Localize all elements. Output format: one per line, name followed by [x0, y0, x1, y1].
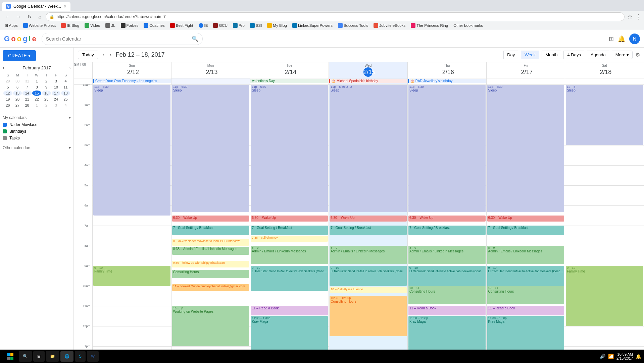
event-mon-goals[interactable]: 7 - Goal Setting / Breakfast — [172, 226, 249, 235]
my-cals-toggle[interactable]: ▾ — [69, 115, 71, 120]
mini-cal-day[interactable]: 11 — [61, 84, 70, 90]
mini-cal-prev[interactable]: ‹ — [3, 65, 4, 70]
prev-week-btn[interactable]: ‹ — [101, 50, 106, 60]
event-sun-sleep1[interactable]: 11p – 6:30 Sleep — [93, 85, 170, 216]
month-view-btn[interactable]: Month — [542, 51, 561, 59]
mini-cal-day[interactable]: 8 — [32, 84, 41, 90]
bm-video[interactable]: Video — [83, 22, 102, 28]
active-tab[interactable]: G Google Calendar - Week... × — [2, 2, 70, 11]
bm-website-project[interactable]: Website Project — [21, 22, 58, 28]
event-sat-family[interactable]: 9 – 12 Family Time — [566, 266, 643, 326]
event-wed-wakeup[interactable]: 6:30 – Wake Up — [330, 216, 407, 222]
mini-cal-day[interactable]: 2 — [42, 103, 51, 108]
cal-nader[interactable]: Nader Mowlase — [3, 121, 71, 128]
event-mon-wakeup[interactable]: 6:30 – Wake Up — [172, 216, 249, 222]
mini-cal-day[interactable]: 4 — [61, 78, 70, 84]
settings-button[interactable]: ⚙ — [635, 52, 640, 58]
event-tue-goals[interactable]: 7 - Goal Setting / Breakfast — [251, 226, 328, 235]
mini-cal-next[interactable]: › — [69, 65, 71, 70]
mini-cal-day[interactable]: 28 — [22, 103, 32, 108]
event-tue-readbook[interactable]: 11 – Read a Book — [251, 306, 328, 315]
bm-ssi[interactable]: SSI — [248, 22, 264, 28]
event-mon-consulting[interactable]: Consulting Hours — [172, 270, 249, 278]
event-wed-goals[interactable]: 7 - Goal Setting / Breakfast — [330, 226, 407, 235]
all-day-sat[interactable] — [565, 78, 644, 84]
event-thu-readbook1[interactable]: 11 – Read a Book — [408, 306, 486, 315]
day-col-thu[interactable]: 11p – 6:30 Sleep 6:30 – Wake Up 7 - Goal… — [408, 85, 487, 363]
mini-cal-day[interactable]: 17 — [52, 90, 61, 96]
event-sat-sleep1[interactable]: 12 – 3 Sleep — [566, 85, 643, 145]
all-day-event-birthday-spodnick[interactable]: 🎂 Michael Spodnick's birthday — [329, 79, 407, 83]
event-mon-sleep1[interactable]: 11p – 6:30 Sleep — [172, 85, 249, 212]
event-fri-goals[interactable]: 7 - Goal Setting / Breakfast — [487, 226, 564, 235]
bm-pro[interactable]: Pro — [231, 22, 247, 28]
mini-cal-day[interactable]: 24 — [52, 97, 61, 102]
event-tue-admin[interactable]: 8 – 9 Admin / Emails / LinkedIn Messages — [251, 246, 328, 264]
mini-cal-day[interactable]: 21 — [22, 97, 32, 102]
bm-coaches[interactable]: Coaches — [142, 22, 166, 28]
all-day-thu[interactable]: 🎂 RAD Jewellery's birthday — [408, 78, 487, 84]
four-days-view-btn[interactable]: 4 Days — [563, 51, 584, 59]
other-calendars-header[interactable]: Other calendars ▾ — [3, 144, 71, 152]
bm-success-tools[interactable]: Success Tools — [336, 22, 370, 28]
mini-cal-day[interactable]: 13 — [13, 90, 22, 96]
mini-cal-day[interactable]: 1 — [32, 103, 41, 108]
event-wed-sleep1[interactable]: 11p – 6:30 DTD Sleep — [330, 85, 407, 212]
day-col-wed[interactable]: 11p – 6:30 DTD Sleep 6:30 – Wake Up 7 - … — [329, 85, 408, 363]
event-fri-admin[interactable]: 8 – 9 Admin / Emails / LinkedIn Messages — [487, 246, 564, 264]
mini-cal-day[interactable]: 25 — [61, 97, 70, 102]
extensions-btn[interactable]: ☆ — [627, 13, 633, 20]
mini-cal-day[interactable]: 30 — [13, 78, 22, 84]
mini-cal-day[interactable]: 7 — [22, 84, 32, 90]
event-fri-readbook[interactable]: 11 – Read a Book — [487, 306, 564, 315]
home-btn[interactable]: ⌂ — [36, 13, 43, 20]
skype-btn[interactable]: S — [75, 351, 86, 362]
next-week-btn[interactable]: › — [108, 50, 113, 60]
mini-cal-day[interactable]: 1 — [32, 78, 41, 84]
wifi-icon[interactable]: 📶 — [608, 354, 614, 359]
mini-cal-day[interactable]: 18 — [61, 90, 70, 96]
mini-cal-day[interactable]: 22 — [32, 97, 41, 102]
event-fri-sleep1[interactable]: 11p – 6:30 Sleep — [487, 85, 564, 212]
bm-linked[interactable]: LinkedSuperPowers — [290, 22, 335, 28]
search-input[interactable] — [46, 36, 189, 42]
event-thu-sleep1[interactable]: 11p – 6:30 Sleep — [408, 85, 486, 212]
event-wed-consulting[interactable]: 10:30 – 12:30p Consulting Hours — [330, 296, 407, 336]
address-bar[interactable]: 🔒 https://calendar.google.com/calendar/r… — [46, 12, 625, 21]
mini-cal-day[interactable]: 27 — [13, 103, 22, 108]
mini-cal-day[interactable]: 10 — [52, 84, 61, 90]
bm-forbes[interactable]: Forbes — [119, 22, 141, 28]
event-wed-callalyssa[interactable]: 10 – Call Alyssa Luerino — [330, 287, 407, 293]
day-col-sun[interactable]: 11p – 6:30 Sleep 9 – 10 Family Time 11p … — [93, 85, 171, 363]
other-cals-toggle[interactable]: ▾ — [69, 145, 71, 150]
cal-birthdays[interactable]: Birthdays — [3, 128, 71, 135]
event-fri-consulting[interactable]: 10 – 11 Consulting Hours — [487, 286, 564, 304]
reload-btn[interactable]: ↻ — [26, 13, 34, 20]
mini-cal-day[interactable]: 20 — [13, 97, 22, 102]
all-day-mon[interactable] — [171, 78, 250, 84]
bm-gcu[interactable]: GCU — [211, 22, 230, 28]
task-view-btn[interactable]: ⊟ — [33, 351, 45, 362]
mini-cal-day[interactable]: 2 — [42, 78, 51, 84]
file-explorer-btn[interactable]: 📁 — [46, 351, 59, 362]
bm-jl[interactable]: JL — [103, 22, 117, 28]
mini-cal-day[interactable]: 14 — [22, 90, 32, 96]
event-tue-wakeup[interactable]: 6:30 – Wake Up — [251, 216, 328, 222]
browser-taskbar-btn[interactable]: 🌐 — [60, 351, 73, 362]
apps-grid-icon[interactable]: ⊞ — [609, 35, 614, 43]
cal-tasks[interactable]: Tasks — [3, 135, 71, 141]
event-tue-li-recruiter[interactable]: 9 – 10 LI Recruiter: Send InMail to Acti… — [251, 266, 328, 291]
bm-jobvite[interactable]: Jobvite eBooks — [371, 22, 407, 28]
event-fri-wakeup[interactable]: 6:30 – Wake Up — [487, 216, 564, 222]
mini-cal-day[interactable]: 15 — [32, 90, 41, 96]
event-wed-admin[interactable]: 8 – 9 Admin / Emails / LinkedIn Messages — [330, 246, 407, 264]
all-day-fri[interactable] — [487, 78, 565, 84]
mini-cal-day[interactable]: 6 — [13, 84, 22, 90]
day-view-btn[interactable]: Day — [503, 51, 518, 59]
day-col-sat[interactable]: 12 – 3 Sleep 9 – 12 Family Time 11p – 6:… — [565, 85, 644, 363]
event-thu-admin[interactable]: 8 – 9 Admin / Emails / LinkedIn Messages — [408, 246, 486, 264]
today-button[interactable]: Today — [78, 51, 98, 59]
mini-cal-day[interactable]: 26 — [3, 103, 12, 108]
mini-cal-day[interactable]: 29 — [3, 78, 12, 84]
volume-icon[interactable]: 🔊 — [600, 354, 605, 359]
